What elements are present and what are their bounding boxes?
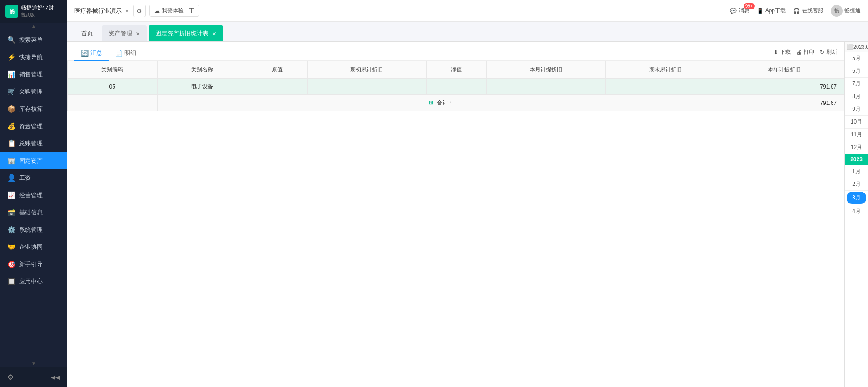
date-month-3-current[interactable]: 3月 — [847, 192, 866, 204]
tab-home[interactable]: 首页 — [74, 25, 100, 41]
sidebar-item-ledger[interactable]: 📋 总账管理 — [0, 135, 67, 152]
sidebar-footer: ⚙ ◀◀ — [0, 367, 67, 387]
company-name: 医疗器械行业演示 — [74, 7, 122, 15]
date-panel-header: 2023.03 — [853, 44, 868, 50]
table-row: 05 电子设备 791.67 — [68, 79, 844, 95]
detail-label: 明细 — [124, 49, 136, 57]
sidebar-item-label: 资金管理 — [19, 122, 43, 130]
total-row: ⊞ 合计： 791.67 — [68, 95, 844, 111]
sidebar-item-sales[interactable]: 📊 销售管理 — [0, 66, 67, 83]
topbar-settings-button[interactable]: ⚙ — [133, 5, 146, 17]
print-button[interactable]: 🖨 打印 — [796, 48, 814, 56]
download-icon: ⬇ — [774, 49, 778, 55]
tab-depreciation-report[interactable]: 固定资产折旧统计表 ✕ — [149, 25, 223, 41]
content-area: 🔄 汇总 📄 明细 ⬇ 下载 🖨 打印 — [67, 42, 868, 387]
customer-service-button[interactable]: 🎧 在线客服 — [793, 7, 823, 15]
sidebar-item-label: 应用中心 — [19, 278, 43, 286]
scroll-down-btn[interactable]: ▼ — [0, 360, 67, 367]
app-subtitle: 普及版 — [21, 12, 54, 18]
sidebar-item-quick-nav[interactable]: ⚡ 快捷导航 — [0, 49, 67, 66]
date-month-6[interactable]: 6月 — [845, 65, 868, 78]
refresh-button[interactable]: ↻ 刷新 — [820, 48, 837, 56]
refresh-icon: ↻ — [820, 49, 824, 55]
sidebar-item-purchase[interactable]: 🛒 采购管理 — [0, 83, 67, 100]
sidebar-item-cooperation[interactable]: 🤝 企业协同 — [0, 238, 67, 256]
experience-button[interactable]: ☁ 我要体验一下 — [149, 5, 199, 17]
collapse-icon[interactable]: ◀◀ — [51, 374, 60, 381]
tab-asset-mgmt[interactable]: 资产管理 ✕ — [102, 25, 147, 41]
tab-active-close-icon[interactable]: ✕ — [212, 31, 216, 37]
date-month-5[interactable]: 5月 — [845, 52, 868, 65]
sidebar-item-apps[interactable]: 🔲 应用中心 — [0, 273, 67, 290]
date-month-4[interactable]: 4月 — [845, 205, 868, 218]
sidebar-item-label: 系统管理 — [19, 226, 43, 234]
total-label: 合计： — [437, 99, 453, 106]
app-download-button[interactable]: 📱 App下载 — [757, 7, 786, 15]
sidebar-item-search[interactable]: 🔍 搜索菜单 — [0, 31, 67, 49]
sidebar-item-inventory[interactable]: 📦 库存核算 — [0, 100, 67, 118]
sidebar-item-label: 新手引导 — [19, 260, 43, 268]
download-button[interactable]: ⬇ 下载 — [774, 48, 791, 56]
sidebar-item-label: 企业协同 — [19, 243, 43, 251]
messages-badge: 99+ — [744, 3, 755, 9]
topbar: 医疗器械行业演示 ▼ ⚙ ☁ 我要体验一下 💬 消息 99+ 📱 App下载 🎧… — [67, 0, 868, 22]
topbar-right: 💬 消息 99+ 📱 App下载 🎧 在线客服 畅 畅捷通 — [730, 5, 861, 17]
sidebar-item-label: 采购管理 — [19, 88, 43, 96]
date-month-10[interactable]: 10月 — [845, 116, 868, 129]
sidebar-item-operations[interactable]: 📈 经营管理 — [0, 187, 67, 204]
messages-icon: 💬 — [730, 8, 737, 14]
company-selector[interactable]: 医疗器械行业演示 ▼ — [74, 7, 129, 15]
tab-close-icon[interactable]: ✕ — [136, 31, 140, 37]
sidebar-item-label: 固定资产 — [19, 157, 43, 165]
cell-name: 电子设备 — [157, 79, 247, 95]
expand-icon[interactable]: ⬜ — [847, 44, 853, 50]
cell-code: 05 — [68, 79, 158, 95]
app-title: 畅捷通好业财 — [21, 5, 54, 12]
total-label-cell: ⊞ 合计： — [157, 95, 725, 111]
sidebar-item-finance[interactable]: 💰 资金管理 — [0, 118, 67, 135]
chevron-down-icon: ▼ — [124, 8, 129, 14]
detail-icon: 📄 — [115, 50, 123, 57]
date-month-9[interactable]: 9月 — [845, 103, 868, 116]
sidebar-item-label: 经营管理 — [19, 191, 43, 199]
scroll-up-btn[interactable]: ▲ — [0, 23, 67, 30]
sub-tab-detail[interactable]: 📄 明细 — [109, 46, 143, 61]
cell-monthly-depr — [486, 79, 605, 95]
date-month-7[interactable]: 7月 — [845, 78, 868, 90]
sidebar-item-label: 库存核算 — [19, 105, 43, 113]
finance-icon: 💰 — [7, 122, 15, 130]
sidebar-item-fixed-assets[interactable]: 🏢 固定资产 — [0, 152, 67, 169]
logo-icon: 畅 — [5, 5, 18, 18]
total-yearly-depr: 791.67 — [725, 95, 844, 111]
sub-tabs: 🔄 汇总 📄 明细 ⬇ 下载 🖨 打印 — [67, 42, 844, 61]
gear-icon: ⚙ — [136, 7, 142, 15]
sidebar-item-payroll[interactable]: 👤 工资 — [0, 169, 67, 187]
total-icon-cell — [68, 95, 158, 111]
cooperation-icon: 🤝 — [7, 243, 15, 251]
table-wrapper: 类别编码 类别名称 原值 期初累计折旧 净值 本月计提折旧 期末累计折旧 本年计… — [67, 61, 844, 387]
settings-icon[interactable]: ⚙ — [7, 373, 14, 382]
date-month-11[interactable]: 11月 — [845, 129, 868, 141]
date-month-2[interactable]: 2月 — [845, 178, 868, 191]
sidebar-item-basics[interactable]: 🗃️ 基础信息 — [0, 204, 67, 221]
ledger-icon: 📋 — [7, 139, 15, 148]
avatar: 畅 — [831, 5, 843, 17]
sidebar-item-guide[interactable]: 🎯 新手引导 — [0, 256, 67, 273]
purchase-icon: 🛒 — [7, 88, 15, 96]
sidebar-item-system[interactable]: ⚙️ 系统管理 — [0, 221, 67, 238]
table-header-row: 类别编码 类别名称 原值 期初累计折旧 净值 本月计提折旧 期末累计折旧 本年计… — [68, 61, 844, 79]
user-menu[interactable]: 畅 畅捷通 — [831, 5, 861, 17]
date-month-12[interactable]: 12月 — [845, 141, 868, 154]
date-year-2023[interactable]: 2023 — [845, 154, 868, 165]
apps-icon: 🔲 — [7, 278, 15, 286]
sub-tab-summary[interactable]: 🔄 汇总 — [74, 46, 109, 61]
date-month-8[interactable]: 8月 — [845, 90, 868, 103]
asset-mgmt-label: 资产管理 — [109, 30, 132, 38]
date-month-1[interactable]: 1月 — [845, 165, 868, 178]
cell-accum-depr — [307, 79, 426, 95]
col-period-end-depr: 期末累计折旧 — [606, 61, 725, 79]
messages-button[interactable]: 💬 消息 99+ — [730, 7, 749, 15]
cloud-icon: ☁ — [154, 8, 160, 14]
sidebar-item-label: 基础信息 — [19, 208, 43, 217]
sidebar-item-label: 总账管理 — [19, 139, 43, 148]
